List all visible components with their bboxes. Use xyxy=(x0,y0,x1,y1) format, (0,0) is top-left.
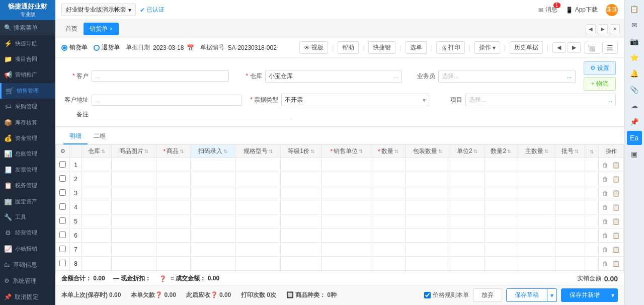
sidebar-item-inventory[interactable]: 📦 库存核算 xyxy=(0,114,55,130)
row-warehouse[interactable] xyxy=(82,158,112,172)
sidebar-item-settings[interactable]: ⚙ 系统管理 xyxy=(0,273,55,289)
row-batch[interactable] xyxy=(555,186,585,200)
th-batch[interactable]: 批号⇅ xyxy=(555,145,585,158)
right-panel-btn-9[interactable]: Ea xyxy=(627,131,642,145)
row-main-qty[interactable] xyxy=(518,158,555,172)
row-batch[interactable] xyxy=(555,228,585,243)
tab-close-icon[interactable]: × xyxy=(110,26,113,32)
row-price[interactable] xyxy=(280,257,322,271)
right-panel-btn-3[interactable]: 📷 xyxy=(627,34,642,48)
row-product-img[interactable] xyxy=(112,186,156,200)
copy-icon[interactable]: 📋 xyxy=(612,246,620,253)
user-avatar[interactable]: 珠珠 xyxy=(606,4,618,16)
copy-icon[interactable]: 📋 xyxy=(612,162,620,169)
row-spec[interactable] xyxy=(235,200,280,214)
row-scan[interactable] xyxy=(191,243,235,257)
btn-shortcut[interactable]: 快捷键 xyxy=(368,41,395,54)
row-quantity[interactable] xyxy=(371,228,406,243)
th-spec[interactable]: 规格型号⇅ xyxy=(235,145,280,158)
row-spec[interactable] xyxy=(235,214,280,228)
table-container[interactable]: ⚙ 仓库⇅ 商品图片⇅ *商品⇅ 扫码录入⇅ xyxy=(55,144,624,272)
row-pack-qty[interactable] xyxy=(405,214,450,228)
row-quantity[interactable] xyxy=(371,257,406,271)
row-price[interactable] xyxy=(280,158,322,172)
row-product[interactable] xyxy=(156,243,191,257)
right-panel-btn-1[interactable]: 📋 xyxy=(627,2,642,16)
row-sale-unit[interactable] xyxy=(322,158,371,172)
delete-icon[interactable]: 🗑 xyxy=(602,162,608,169)
row-sale-unit[interactable] xyxy=(322,228,371,243)
row-unit2[interactable] xyxy=(450,172,484,186)
company-select[interactable]: 好业财专业版演示帐套 ▾ xyxy=(61,4,136,16)
tab-next-btn[interactable]: ▶ xyxy=(598,24,608,34)
row-product-img[interactable] xyxy=(112,200,156,214)
row-unit2[interactable] xyxy=(450,158,484,172)
btn-print[interactable]: 🖨 打印 xyxy=(436,41,465,54)
row-spec[interactable] xyxy=(235,186,280,200)
btn-view-list[interactable]: ☰ xyxy=(602,42,618,54)
btn-logistics[interactable]: + 物流 xyxy=(584,77,616,91)
messages-btn[interactable]: ✉ 消息 1 xyxy=(538,6,557,14)
th-settings[interactable]: ⚙ xyxy=(56,145,70,158)
sidebar-item-tools[interactable]: 🔧 工具 xyxy=(0,209,55,225)
row-product[interactable] xyxy=(156,214,191,228)
copy-icon[interactable]: 📋 xyxy=(612,190,620,197)
project-input[interactable]: 选择... ... xyxy=(465,94,616,106)
row-batch[interactable] xyxy=(555,172,585,186)
price-rule-checkbox[interactable]: 价格规则本单 xyxy=(424,291,469,299)
btn-save-draft[interactable]: 保存草稿 xyxy=(506,288,547,302)
copy-icon[interactable]: 📋 xyxy=(612,176,620,183)
btn-prev-doc[interactable]: ◀ xyxy=(552,42,566,53)
doc-date-value[interactable]: 2023-03-18 xyxy=(153,44,184,51)
row-expand[interactable] xyxy=(585,200,599,214)
btn-save-draft-arrow[interactable]: ▾ xyxy=(547,288,557,302)
row-qty2[interactable] xyxy=(484,172,518,186)
sidebar-item-invoices[interactable]: 🧾 发票管理 xyxy=(0,162,55,178)
btn-doc-settings[interactable]: ⚙ 设置 xyxy=(584,61,616,75)
right-panel-btn-10[interactable]: ▣ xyxy=(627,147,642,161)
row-batch[interactable] xyxy=(555,158,585,172)
delete-icon[interactable]: 🗑 xyxy=(602,218,608,225)
row-qty2[interactable] xyxy=(484,257,518,271)
sidebar-item-pin[interactable]: 📌 取消固定 xyxy=(0,289,55,305)
row-quantity[interactable] xyxy=(371,172,406,186)
right-panel-btn-4[interactable]: ⭐ xyxy=(627,50,642,64)
row-qty2[interactable] xyxy=(484,158,518,172)
price-rule-check[interactable] xyxy=(424,292,431,298)
delete-icon[interactable]: 🗑 xyxy=(602,190,608,197)
row-unit2[interactable] xyxy=(450,257,484,271)
row-unit2[interactable] xyxy=(450,200,484,214)
btn-save-new-arrow[interactable]: ▾ xyxy=(608,288,618,302)
row-scan[interactable] xyxy=(191,214,235,228)
row-qty2[interactable] xyxy=(484,228,518,243)
tab-close-all-btn[interactable]: ✕ xyxy=(610,24,620,34)
row-select[interactable] xyxy=(56,200,70,214)
row-product[interactable] xyxy=(156,186,191,200)
row-main-qty[interactable] xyxy=(518,228,555,243)
row-main-qty[interactable] xyxy=(518,243,555,257)
sidebar-item-purchase[interactable]: 🏷 采购管理 xyxy=(0,99,55,114)
row-expand[interactable] xyxy=(585,243,599,257)
row-sale-unit[interactable] xyxy=(322,186,371,200)
delete-icon[interactable]: 🗑 xyxy=(602,176,608,183)
sidebar-item-basicinfo[interactable]: 🗂 基础信息 xyxy=(0,257,55,273)
sidebar-item-operations[interactable]: ⚙ 经营管理 xyxy=(0,225,55,241)
row-main-qty[interactable] xyxy=(518,257,555,271)
delete-icon[interactable]: 🗑 xyxy=(602,246,608,253)
row-select[interactable] xyxy=(56,243,70,257)
tab-sale-order[interactable]: 销货单 × xyxy=(84,23,119,35)
sidebar-item-marketing[interactable]: 📢 营销推广 xyxy=(0,67,55,83)
row-pack-qty[interactable] xyxy=(405,228,450,243)
row-product-img[interactable] xyxy=(112,158,156,172)
row-warehouse[interactable] xyxy=(82,257,112,271)
tab-detail[interactable]: 明细 xyxy=(63,130,88,144)
row-product-img[interactable] xyxy=(112,243,156,257)
row-main-qty[interactable] xyxy=(518,186,555,200)
row-qty2[interactable] xyxy=(484,186,518,200)
right-panel-btn-8[interactable]: 📌 xyxy=(627,115,642,129)
row-spec[interactable] xyxy=(235,228,280,243)
right-panel-btn-2[interactable]: ✉ xyxy=(627,18,642,32)
row-price[interactable] xyxy=(280,243,322,257)
th-product-img[interactable]: 商品图片⇅ xyxy=(112,145,156,158)
th-price[interactable]: 等级1价⇅ xyxy=(280,145,322,158)
